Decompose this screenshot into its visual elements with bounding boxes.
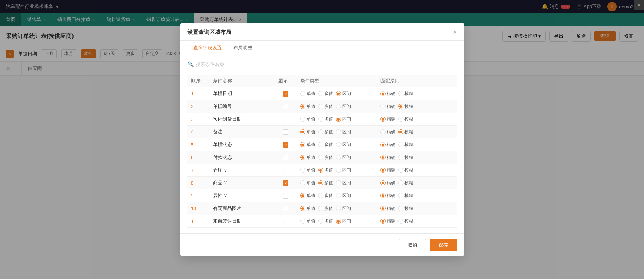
checkbox-display[interactable]: ✓	[283, 142, 288, 148]
dialog-close-btn[interactable]: ×	[453, 28, 457, 40]
row-display-checkbox[interactable]	[275, 165, 297, 176]
radio-match-option[interactable]: 精确	[380, 218, 395, 224]
radio-type-option[interactable]: 区间	[336, 205, 351, 212]
radio-type-option[interactable]: 区间	[336, 154, 351, 161]
row-display-checkbox[interactable]	[275, 101, 297, 112]
radio-match-option[interactable]: 模糊	[398, 167, 413, 173]
row-condition-name: 单据状态	[209, 138, 275, 151]
checkbox-display[interactable]: ✓	[283, 180, 288, 186]
radio-match-option[interactable]: 精确	[380, 180, 395, 186]
radio-match-option[interactable]: 精确	[380, 193, 395, 199]
radio-match-option[interactable]: 精确	[380, 129, 395, 135]
save-button[interactable]: 保存	[430, 239, 457, 251]
dialog-overlay[interactable]: 设置查询区域布局 × 查询字段设置 布局调整 🔍 顺序 条件名称 显示 条件类型	[0, 0, 644, 279]
radio-match-option[interactable]: 模糊	[398, 205, 413, 212]
radio-type-option[interactable]: 区间	[336, 193, 351, 199]
row-match-radio: 精确模糊	[377, 152, 457, 164]
checkbox-display[interactable]	[283, 193, 288, 199]
checkbox-display[interactable]	[283, 117, 288, 122]
radio-dot	[336, 142, 341, 147]
radio-type-option[interactable]: 多值	[318, 116, 333, 122]
checkbox-display[interactable]	[283, 155, 288, 160]
radio-match-option[interactable]: 模糊	[398, 129, 413, 135]
row-type-radio: 单值多值区间	[297, 190, 377, 202]
checkbox-display[interactable]	[283, 129, 288, 135]
radio-type-option[interactable]: 区间	[336, 167, 351, 173]
radio-type-option[interactable]: 单值	[300, 167, 315, 173]
checkbox-display[interactable]	[283, 219, 288, 224]
radio-match-option[interactable]: 精确	[380, 103, 395, 110]
row-display-checkbox[interactable]: ✓	[275, 88, 297, 99]
radio-type-option[interactable]: 单值	[300, 103, 315, 110]
radio-type-option[interactable]: 区间	[336, 218, 351, 224]
radio-type-option[interactable]: 单值	[300, 116, 315, 122]
checkbox-display[interactable]	[283, 168, 288, 173]
radio-match-option[interactable]: 模糊	[398, 142, 413, 148]
radio-type-option[interactable]: 区间	[336, 142, 351, 148]
row-display-checkbox[interactable]: ✓	[275, 139, 297, 150]
radio-dot	[318, 180, 323, 185]
radio-match-option[interactable]: 模糊	[398, 91, 413, 97]
radio-match-option[interactable]: 模糊	[398, 218, 413, 224]
radio-type-option[interactable]: 多值	[318, 218, 333, 224]
radio-type-option[interactable]: 多值	[318, 142, 333, 148]
radio-type-option[interactable]: 区间	[336, 180, 351, 186]
search-icon: 🔍	[187, 61, 194, 67]
conditions-table: 顺序 条件名称 显示 条件类型 匹配原则 1单据日期✓单值多值区间精确模糊2单据…	[187, 75, 457, 228]
row-condition-name: 备注	[209, 126, 275, 138]
radio-dot	[398, 180, 403, 185]
radio-type-option[interactable]: 区间	[336, 129, 351, 135]
radio-type-option[interactable]: 区间	[336, 103, 351, 110]
radio-match-option[interactable]: 模糊	[398, 193, 413, 199]
radio-type-option[interactable]: 多值	[318, 129, 333, 135]
row-type-radio: 单值多值区间	[297, 164, 377, 176]
radio-match-option[interactable]: 模糊	[398, 180, 413, 186]
radio-match-option[interactable]: 精确	[380, 116, 395, 122]
radio-dot	[300, 104, 305, 109]
radio-type-option[interactable]: 多值	[318, 103, 333, 110]
radio-match-option[interactable]: 精确	[380, 167, 395, 173]
radio-match-option[interactable]: 模糊	[398, 154, 413, 161]
radio-match-option[interactable]: 精确	[380, 205, 395, 212]
radio-type-option[interactable]: 单值	[300, 205, 315, 212]
checkbox-display[interactable]: ✓	[283, 91, 288, 97]
radio-match-option[interactable]: 精确	[380, 154, 395, 161]
radio-type-option[interactable]: 单值	[300, 129, 315, 135]
row-display-checkbox[interactable]: ✓	[275, 177, 297, 189]
radio-type-option[interactable]: 多值	[318, 193, 333, 199]
radio-dot	[336, 91, 341, 96]
radio-type-option[interactable]: 多值	[318, 167, 333, 173]
radio-match-option[interactable]: 精确	[380, 91, 395, 97]
radio-match-option[interactable]: 模糊	[398, 116, 413, 122]
row-display-checkbox[interactable]	[275, 190, 297, 201]
cancel-button[interactable]: 取消	[399, 239, 426, 251]
dialog-tab-query-fields[interactable]: 查询字段设置	[187, 41, 228, 55]
radio-type-option[interactable]: 区间	[336, 116, 351, 122]
radio-match-option[interactable]: 精确	[380, 142, 395, 148]
radio-type-option[interactable]: 多值	[318, 180, 333, 186]
radio-type-option[interactable]: 单值	[300, 193, 315, 199]
radio-dot	[380, 104, 386, 109]
radio-type-option[interactable]: 单值	[300, 142, 315, 148]
radio-type-option[interactable]: 区间	[336, 91, 351, 97]
radio-type-option[interactable]: 单值	[300, 91, 315, 97]
radio-type-option[interactable]: 多值	[318, 205, 333, 212]
row-display-checkbox[interactable]	[275, 203, 297, 214]
radio-type-option[interactable]: 单值	[300, 218, 315, 224]
radio-type-option[interactable]: 多值	[318, 91, 333, 97]
row-match-radio: 精确模糊	[377, 88, 457, 100]
row-display-checkbox[interactable]	[275, 126, 297, 138]
radio-type-option[interactable]: 单值	[300, 180, 315, 186]
checkbox-display[interactable]	[283, 206, 288, 211]
radio-type-option[interactable]: 多值	[318, 154, 333, 161]
row-display-checkbox[interactable]	[275, 216, 297, 227]
radio-match-option[interactable]: 模糊	[398, 103, 413, 110]
radio-dot	[336, 193, 341, 198]
row-display-checkbox[interactable]	[275, 114, 297, 125]
row-display-checkbox[interactable]	[275, 152, 297, 163]
dialog-tab-layout[interactable]: 布局调整	[228, 41, 258, 55]
search-input[interactable]	[196, 62, 269, 67]
row-match-radio: 精确模糊	[377, 126, 457, 138]
radio-type-option[interactable]: 单值	[300, 154, 315, 161]
checkbox-display[interactable]	[283, 104, 288, 109]
